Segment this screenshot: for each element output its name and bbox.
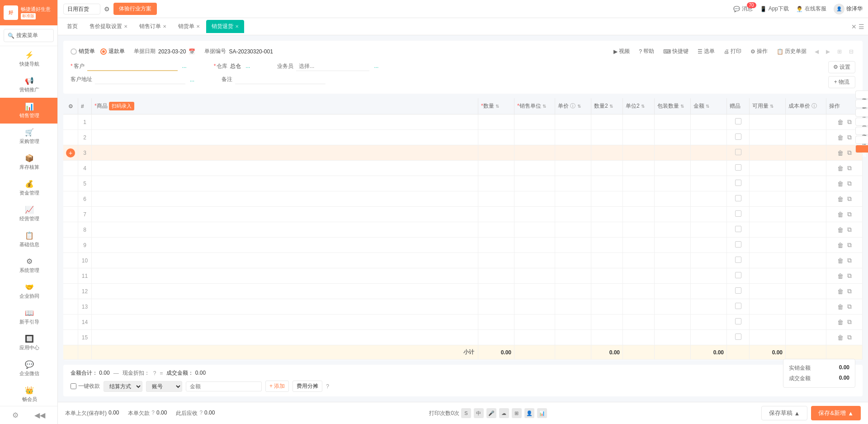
sidebar-item-purchase[interactable]: 🛒 采购管理 (0, 124, 57, 149)
app-download-button[interactable]: 📱 App下载 (760, 5, 789, 13)
cell-amount[interactable] (691, 268, 727, 284)
calendar-icon[interactable]: 📅 (189, 48, 195, 55)
tab-sales-bill-close[interactable]: ✕ (196, 24, 200, 29)
cost-price-info-icon[interactable]: ⓘ (811, 103, 817, 109)
cell-qty[interactable] (478, 238, 514, 253)
cell-gift[interactable] (727, 161, 750, 176)
cell-cost-price[interactable] (786, 314, 826, 330)
cell-qty[interactable] (478, 191, 514, 207)
cell-available[interactable] (750, 161, 786, 176)
cell-unit[interactable] (514, 330, 555, 345)
cell-price[interactable] (555, 299, 591, 314)
cell-pack-qty[interactable] (655, 284, 691, 299)
cell-price[interactable] (555, 207, 591, 222)
gift-checkbox[interactable] (735, 272, 741, 278)
delete-row-button[interactable]: 🗑 (836, 179, 844, 188)
cell-available[interactable] (750, 207, 786, 222)
cell-cost-price[interactable] (786, 130, 826, 145)
cell-pack-qty[interactable] (655, 330, 691, 345)
cell-unit2[interactable] (623, 176, 655, 191)
cell-pack-qty[interactable] (655, 207, 691, 222)
add-row-button[interactable]: + (66, 148, 75, 157)
expense-split-button[interactable]: 费用分摊 (292, 381, 322, 392)
radio-return-bill[interactable]: 退款单 (100, 48, 125, 55)
cell-cost-price[interactable] (786, 207, 826, 222)
sort-unit2-icon[interactable]: ⇅ (641, 104, 645, 109)
cell-available[interactable] (750, 268, 786, 284)
cell-cost-price[interactable] (786, 222, 826, 238)
cell-gift[interactable] (727, 145, 750, 161)
status-icon-chart[interactable]: 📊 (537, 408, 547, 418)
gift-checkbox[interactable] (735, 241, 741, 248)
tab-sales-return[interactable]: 销货退货 ✕ (206, 20, 244, 33)
tab-price-extract[interactable]: 售价提取设置 ✕ (84, 20, 133, 33)
cell-qty2[interactable] (591, 145, 623, 161)
copy-row-button[interactable]: ⧉ (846, 133, 853, 142)
gift-checkbox[interactable] (735, 164, 741, 171)
cell-amount[interactable] (691, 145, 727, 161)
cell-gift[interactable] (727, 314, 750, 330)
sort-price-icon[interactable]: ⇅ (577, 104, 581, 109)
sidebar-item-basic-info[interactable]: 📋 基础信息 (0, 227, 57, 252)
save-new-button[interactable]: 保存&新增 ▲ (811, 406, 861, 420)
cell-price[interactable] (555, 314, 591, 330)
sidebar-settings-button[interactable]: ⚙ (12, 411, 19, 419)
sidebar-item-marketing[interactable]: 📢 营销推广 (0, 72, 57, 98)
add-pay-button[interactable]: + 添加 (265, 381, 289, 392)
cell-available[interactable] (750, 299, 786, 314)
sidebar-item-app-center[interactable]: 🔲 应用中心 (0, 330, 57, 356)
cell-pack-qty[interactable] (655, 268, 691, 284)
cell-unit2[interactable] (623, 130, 655, 145)
cell-goods[interactable] (92, 314, 478, 330)
cell-qty2[interactable] (591, 130, 623, 145)
gift-checkbox[interactable] (735, 318, 741, 324)
shortcut-button[interactable]: ⌨ 快捷键 (660, 46, 691, 57)
cell-qty2[interactable] (591, 176, 623, 191)
cell-qty[interactable] (478, 222, 514, 238)
cell-goods[interactable] (92, 238, 478, 253)
cell-price[interactable] (555, 191, 591, 207)
cell-amount[interactable] (691, 284, 727, 299)
scan-input-button[interactable]: 扫码录入 (109, 102, 134, 110)
help-button[interactable]: ? 帮助 (636, 46, 657, 57)
cell-amount[interactable] (691, 130, 727, 145)
cell-available[interactable] (750, 145, 786, 161)
cell-available[interactable] (750, 191, 786, 207)
delete-row-button[interactable]: 🗑 (836, 318, 844, 327)
cell-unit2[interactable] (623, 284, 655, 299)
question-icon[interactable]: ? (153, 370, 156, 376)
logistics-button[interactable]: + 物流 (828, 76, 855, 88)
cell-qty[interactable] (478, 330, 514, 345)
sidebar-item-finance[interactable]: 💰 资金管理 (0, 175, 57, 201)
trial-btn[interactable]: 体验行业方案 (113, 3, 157, 15)
cell-pack-qty[interactable] (655, 222, 691, 238)
sidebar-item-system[interactable]: ⚙ 系统管理 (0, 252, 57, 278)
sidebar-item-enterprise-wechat[interactable]: 💬 企业微信 (0, 356, 57, 381)
copy-row-button[interactable]: ⧉ (846, 302, 853, 311)
cell-unit2[interactable] (623, 314, 655, 330)
gift-checkbox[interactable] (735, 257, 741, 263)
cell-unit[interactable] (514, 176, 555, 191)
copy-row-button[interactable]: ⧉ (846, 194, 853, 204)
customer-addr-dots[interactable]: ... (190, 76, 194, 83)
cell-cost-price[interactable] (786, 145, 826, 161)
warehouse-dots[interactable]: ... (245, 63, 250, 69)
cell-price[interactable] (555, 238, 591, 253)
cell-price[interactable] (555, 330, 591, 345)
delete-row-button[interactable]: 🗑 (836, 272, 844, 281)
sort-unit-icon[interactable]: ⇅ (542, 104, 546, 109)
cell-goods[interactable] (92, 114, 478, 130)
cell-price[interactable] (555, 114, 591, 130)
status-icon-s[interactable]: S (461, 408, 471, 418)
cell-qty[interactable] (478, 145, 514, 161)
cell-amount[interactable] (691, 299, 727, 314)
online-service-button[interactable]: 👨‍💼 在线客服 (796, 5, 826, 13)
cell-qty2[interactable] (591, 222, 623, 238)
status-icon-cloud[interactable]: ☁ (499, 408, 509, 418)
cell-unit[interactable] (514, 207, 555, 222)
cell-qty[interactable] (478, 176, 514, 191)
select-button[interactable]: ☰ 选单 (695, 46, 717, 57)
goods-input[interactable] (94, 150, 475, 156)
cell-goods[interactable] (92, 284, 478, 299)
gift-checkbox[interactable] (735, 333, 741, 340)
